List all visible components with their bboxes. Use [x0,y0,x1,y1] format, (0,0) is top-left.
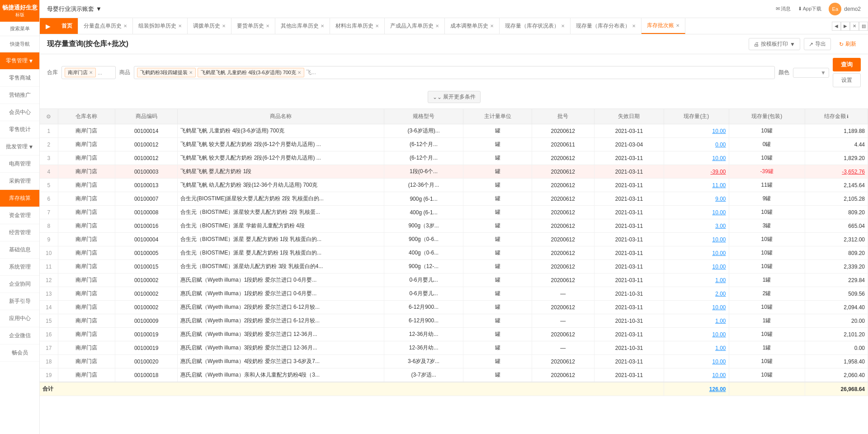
row-qty-main[interactable]: 1.00 [664,314,729,328]
warehouse-more[interactable]: ... [98,70,102,76]
sidebar-item-wholesale[interactable]: 批发管理 ▼ [0,138,39,156]
row-qty-main[interactable]: 10.00 [664,124,729,138]
row-name: 惠氏启赋（Wyeth illuma）亲和人体儿童配方奶粉4段（3... [178,368,384,382]
row-num: 6 [40,192,58,206]
user-info[interactable]: Ea demo2 [829,3,861,15]
row-qty-main[interactable]: 2.00 [664,287,729,301]
remove-product1-icon[interactable]: ✕ [189,70,193,75]
sidebar-item-ecommerce[interactable]: 电商管理 [0,156,39,173]
row-qty-main[interactable]: 10.00 [664,328,729,341]
remove-product2-icon[interactable]: ✕ [297,70,301,75]
sidebar-logo[interactable]: 畅捷通好生意 标版 [0,0,39,22]
close-icon[interactable]: ✕ [490,24,494,28]
sidebar-item-purchase[interactable]: 采购管理 [0,173,39,190]
nav-prev-btn[interactable]: ◀ [832,22,841,31]
row-qty-main[interactable]: 1.00 [664,274,729,287]
footer-qty-total[interactable]: 126.00 [664,382,729,396]
remove-warehouse-icon[interactable]: ✕ [89,70,93,75]
tab-inventory-status[interactable]: 现存量（库存状况表） ✕ [500,18,571,34]
expand-nav-btn[interactable]: ▶ [40,18,56,34]
printer-icon: 🖨 [754,41,759,47]
row-qty-main[interactable]: 0.00 [664,138,729,151]
close-icon[interactable]: ✕ [266,24,269,28]
nav-next-btn[interactable]: ▶ [841,22,850,31]
sidebar-item-marketing[interactable]: 营销推广 [0,87,39,104]
row-num: 17 [40,341,58,355]
row-qty-main[interactable]: 11.00 [664,179,729,192]
query-button[interactable]: 查询 [833,58,861,71]
sidebar-item-retail-shop[interactable]: 零售商城 [0,70,39,87]
close-icon[interactable]: ✕ [435,24,439,28]
row-name: 飞鹤星飞帆 儿童奶粉 4段(3-6岁适用) 700克 [178,124,384,138]
sidebar-item-basic[interactable]: 基础信息 [0,241,39,259]
row-qty-main[interactable]: -39.00 [664,165,729,179]
close-icon[interactable]: ✕ [123,24,127,28]
row-qty-main[interactable]: 3.00 [664,219,729,233]
row-qty-main[interactable]: 10.00 [664,355,729,368]
tab-cost-adjust[interactable]: 成本调整单历史 ✕ [445,18,500,34]
tab-product-in[interactable]: 产成品入库单历史 ✕ [385,18,445,34]
close-icon[interactable]: ✕ [676,23,679,28]
tab-home[interactable]: 首页 [56,18,78,34]
settings-icon[interactable]: ⚙ [46,113,51,120]
tab-requisition[interactable]: 要货单历史 ✕ [231,18,275,34]
print-btn[interactable]: 🖨 按模板打印 ▼ [749,38,800,50]
close-icon[interactable]: ✕ [375,24,379,28]
close-icon[interactable]: ✕ [178,24,182,28]
tab-transfer[interactable]: 调拨单历史 ✕ [188,18,231,34]
search-menu-btn[interactable]: 搜索菜单 [2,25,38,32]
col-settings[interactable]: ⚙ [40,109,58,124]
refresh-btn[interactable]: ↻ 刷新 [835,38,861,50]
expand-more-btn[interactable]: ⌄⌄ 展开更多条件 [428,91,481,103]
sidebar-item-inventory[interactable]: 库存核算 [0,190,39,207]
sidebar-item-finance[interactable]: 资金管理 [0,207,39,224]
row-qty-main[interactable]: 1.00 [664,341,729,355]
settings-button[interactable]: 设置 [833,73,861,87]
nav-menu-btn[interactable]: ▤ [859,22,868,31]
tab-inventory-dist[interactable]: 现存量（库存分布表） ✕ [571,18,642,34]
row-amount: -3,652.76 [805,165,868,179]
row-qty-main[interactable]: 10.00 [664,260,729,274]
row-num: 10 [40,246,58,260]
close-icon[interactable]: ✕ [321,24,324,28]
row-num: 4 [40,165,58,179]
nav-close-btn[interactable]: ✕ [850,22,859,31]
color-filter[interactable]: ▼ [793,68,829,78]
table-row: 10 南岸门店 00100005 合生元（BIOSTIME）派星 婴儿配方奶粉 … [40,246,868,260]
quick-nav-btn[interactable]: 快捷导航 [0,38,39,50]
sidebar-item-app-center[interactable]: 应用中心 [0,310,39,327]
product-more[interactable]: 飞... [306,69,316,76]
warehouse-filter[interactable]: 南岸门店 ✕ ... [61,66,116,79]
tab-other-out[interactable]: 其他出库单历史 ✕ [275,18,330,34]
close-icon[interactable]: ✕ [561,24,565,28]
close-icon[interactable]: ✕ [632,24,636,28]
row-qty-main[interactable]: 9.00 [664,192,729,206]
row-qty-main[interactable]: 10.00 [664,151,729,165]
sidebar-item-retail-stats[interactable]: 零售统计 [0,121,39,138]
close-icon[interactable]: ✕ [222,24,226,28]
table-row: 3 南岸门店 00100012 飞鹤星飞帆 较大婴儿配方奶粉 2段(6-12个月… [40,151,868,165]
sidebar-item-system[interactable]: 系统管理 [0,259,39,276]
row-qty-main[interactable]: 10.00 [664,246,729,260]
tab-disassemble[interactable]: 组装拆卸单历史 ✕ [133,18,188,34]
row-qty-pkg: 10罐 [729,368,805,382]
row-qty-main[interactable]: 10.00 [664,233,729,246]
row-qty-main[interactable]: 10.00 [664,206,729,219]
sidebar-item-guide[interactable]: 新手引导 [0,293,39,310]
row-qty-main[interactable]: 10.00 [664,368,729,382]
sidebar-item-enterprise-wechat[interactable]: 企业微信 [0,327,39,344]
sidebar-item-operations[interactable]: 经营管理 [0,224,39,241]
sidebar-item-member[interactable]: 会员中心 [0,104,39,121]
sidebar-item-enterprise[interactable]: 企业协同 [0,276,39,293]
app-download-btn[interactable]: ⬇ App下载 [798,5,822,12]
tab-current[interactable]: 库存批次账 ✕ [642,18,685,34]
tab-split-inventory[interactable]: 分量盘点单历史 ✕ [78,18,133,34]
product-filter[interactable]: 飞鹤奶粉3段四罐提装 ✕ 飞鹤星飞帆 儿童奶粉 4段(3-6岁适用) 700克 … [134,66,775,79]
sidebar-item-retail-mgmt[interactable]: 零售管理 ▼ [0,52,39,70]
export-btn[interactable]: ↗ 导出 [804,38,831,50]
tab-material-out[interactable]: 材料出库单历史 ✕ [330,18,385,34]
message-btn[interactable]: ✉ 消息 [776,5,791,12]
sidebar-item-member-card[interactable]: 畅会员 [0,344,39,362]
org-selector[interactable]: 母婴行业演示账套 ▼ [47,5,102,13]
row-qty-main[interactable]: 10.00 [664,301,729,314]
